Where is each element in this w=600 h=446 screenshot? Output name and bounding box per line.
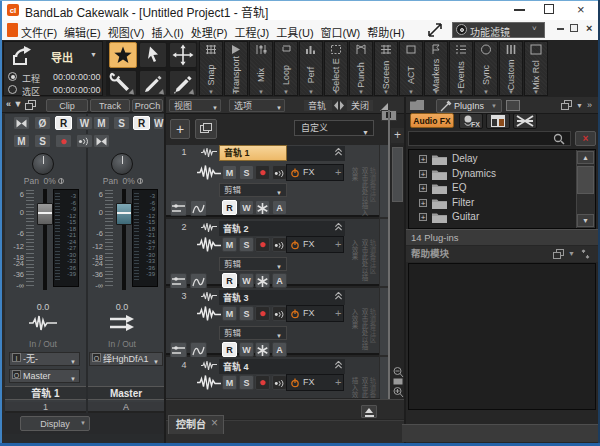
svg-text:FX: FX	[471, 121, 480, 128]
